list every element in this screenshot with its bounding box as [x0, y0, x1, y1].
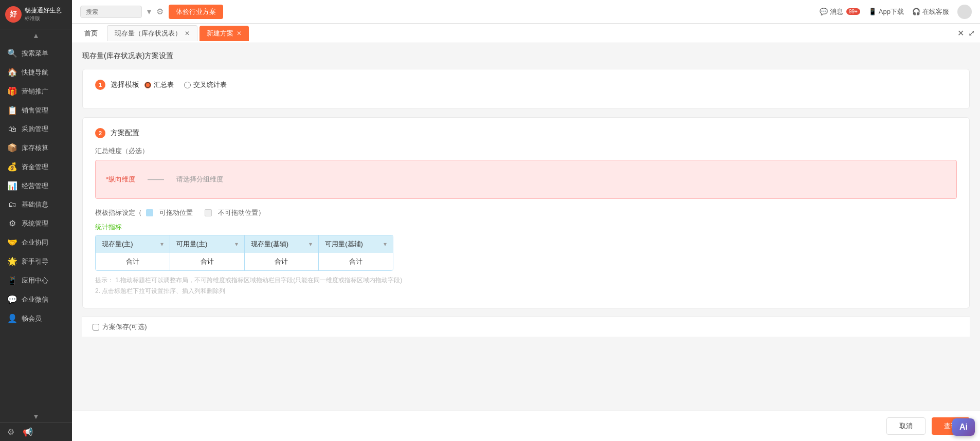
sidebar-item-label: 应用中心 [22, 276, 48, 285]
sidebar-item-new-guide[interactable]: 🌟 新手引导 [0, 252, 72, 271]
tab-inventory-status[interactable]: 现存量（库存状况表） ✕ [107, 25, 197, 41]
sidebar-item-label: 新手引导 [22, 257, 48, 266]
non-draggable-label: 不可拖动位置） [218, 208, 265, 217]
tip-item-1: 2. 点击标题栏下拉可设置排序、插入列和删除列 [95, 287, 957, 296]
sidebar-item-label: 系统管理 [22, 219, 48, 228]
tips-section: 提示： 1.拖动标题栏可以调整布局，不可跨维度或指标区域拖动栏目字段(只能在同一… [95, 276, 957, 296]
section2-header: 2 方案配置 [95, 128, 957, 138]
online-service-label: 在线客服 [922, 7, 949, 16]
sidebar-item-label: 经营管理 [22, 181, 48, 191]
section2-num: 2 [95, 128, 105, 138]
topbar-right: 💬 消息 99+ 📱 App下载 🎧 在线客服 [820, 5, 972, 19]
inventory-icon: 📦 [7, 143, 17, 153]
tab-home[interactable]: 首页 [77, 26, 105, 41]
non-draggable-indicator-icon [205, 209, 212, 216]
col-dropdown-3[interactable]: ▾ [384, 241, 387, 248]
sidebar-item-enterprise-collab[interactable]: 🤝 企业协同 [0, 233, 72, 252]
sales-icon: 📋 [7, 105, 17, 115]
tabbar: 首页 现存量（库存状况表） ✕ 新建方案 ✕ ✕ ⤢ [72, 24, 980, 43]
section2-card: 2 方案配置 汇总维度（必选） *纵向维度 —— 请选择分组维度 模板指标设定（… [82, 117, 970, 308]
draggable-indicator-icon [146, 209, 153, 216]
sidebar-item-search-menu[interactable]: 🔍 搜索菜单 [0, 44, 72, 63]
dimension-box[interactable]: *纵向维度 —— 请选择分组维度 [95, 160, 957, 199]
stat-body-2: 合计 [245, 253, 319, 270]
ai-float-button[interactable]: Ai [952, 418, 975, 436]
stat-col-header-0[interactable]: 现存量(主) ▾ [96, 235, 170, 253]
sidebar-item-purchase[interactable]: 🛍 采购管理 [0, 120, 72, 138]
dimension-label: 汇总维度（必选） [95, 146, 957, 156]
app-download-btn[interactable]: 📱 App下载 [868, 7, 904, 16]
tab-new-scheme[interactable]: 新建方案 ✕ [199, 26, 249, 41]
stat-col-header-3[interactable]: 可用量(基辅) ▾ [319, 235, 393, 253]
marketing-icon: 🎁 [7, 86, 17, 96]
purchase-icon: 🛍 [7, 124, 17, 134]
trial-btn[interactable]: 体验行业方案 [169, 5, 223, 19]
stat-col-label-2: 现存量(基辅) [251, 240, 289, 249]
message-btn[interactable]: 💬 消息 99+ [820, 7, 860, 16]
dimension-placeholder: 请选择分组维度 [176, 175, 223, 184]
sidebar-item-system[interactable]: ⚙ 系统管理 [0, 214, 72, 233]
sidebar-item-business[interactable]: 📊 经营管理 [0, 176, 72, 195]
page-title: 现存量(库存状况表)方案设置 [82, 51, 970, 61]
stat-body-label-2: 合计 [275, 257, 288, 266]
radio-summary[interactable]: 汇总表 [144, 80, 174, 89]
business-icon: 📊 [7, 181, 17, 191]
col-dropdown-0[interactable]: ▾ [160, 241, 164, 248]
sidebar-item-member[interactable]: 👤 畅会员 [0, 309, 72, 328]
sidebar-item-label: 快捷导航 [22, 68, 48, 77]
radio-cross[interactable]: 交叉统计表 [184, 80, 227, 89]
tab-new-scheme-label: 新建方案 [207, 29, 233, 38]
sidebar-item-enterprise-wechat[interactable]: 💬 企业微信 [0, 290, 72, 309]
gear-icon[interactable]: ⚙ [156, 7, 164, 16]
scroll-up-btn[interactable]: ▲ [0, 29, 72, 42]
stat-table-body: 合计 合计 合计 合计 [96, 253, 393, 270]
section1-num: 1 [95, 80, 105, 90]
speaker-icon[interactable]: 📢 [23, 427, 33, 437]
sidebar-item-inventory[interactable]: 📦 库存核算 [0, 138, 72, 157]
section1-card: 1 选择模板 汇总表 交叉统计表 [82, 69, 970, 109]
radio-summary-input[interactable] [144, 82, 151, 88]
cancel-button[interactable]: 取消 [886, 417, 925, 435]
new-guide-icon: 🌟 [7, 256, 17, 266]
sidebar-item-app-center[interactable]: 📱 应用中心 [0, 271, 72, 290]
app-center-icon: 📱 [7, 275, 17, 285]
settings-icon[interactable]: ⚙ [7, 427, 14, 437]
sidebar-item-basic-info[interactable]: 🗂 基础信息 [0, 195, 72, 214]
col-dropdown-1[interactable]: ▾ [235, 241, 238, 248]
stat-body-1: 合计 [170, 253, 245, 270]
stat-table-header: 现存量(主) ▾ 可用量(主) ▾ 现存量(基辅) ▾ 可用量(基辅) [96, 235, 393, 253]
app-version: 标准版 [25, 15, 62, 22]
online-service-btn[interactable]: 🎧 在线客服 [912, 7, 949, 16]
dropdown-icon[interactable]: ▾ [147, 7, 151, 16]
tabbar-actions: ✕ ⤢ [957, 28, 975, 38]
message-icon: 💬 [820, 8, 828, 15]
tab-inventory-close[interactable]: ✕ [185, 30, 190, 37]
tab-close-all-btn[interactable]: ✕ [957, 28, 964, 38]
radio-summary-label: 汇总表 [154, 80, 174, 89]
sidebar-item-quick-nav[interactable]: 🏠 快捷导航 [0, 63, 72, 82]
section1-title: 选择模板 [111, 80, 139, 89]
col-dropdown-2[interactable]: ▾ [309, 241, 312, 248]
finance-icon: 💰 [7, 162, 17, 172]
sidebar-item-sales[interactable]: 📋 销售管理 [0, 101, 72, 120]
tab-expand-btn[interactable]: ⤢ [968, 28, 975, 38]
sidebar-item-marketing[interactable]: 🎁 营销推广 [0, 82, 72, 101]
stat-table: 现存量(主) ▾ 可用量(主) ▾ 现存量(基辅) ▾ 可用量(基辅) [95, 235, 393, 271]
tab-new-scheme-close[interactable]: ✕ [237, 30, 242, 37]
section2-title: 方案配置 [111, 128, 139, 138]
search-input[interactable] [80, 6, 142, 18]
stat-col-header-1[interactable]: 可用量(主) ▾ [170, 235, 245, 253]
stat-col-header-2[interactable]: 现存量(基辅) ▾ [245, 235, 319, 253]
save-checkbox[interactable] [93, 324, 99, 330]
sidebar-item-label: 资金管理 [22, 162, 48, 172]
indicator-settings-text1: 模板指标设定（ [95, 208, 142, 217]
user-avatar[interactable] [957, 5, 972, 19]
sidebar-item-finance[interactable]: 💰 资金管理 [0, 157, 72, 176]
search-menu-icon: 🔍 [7, 48, 17, 58]
radio-cross-input[interactable] [184, 82, 191, 88]
scroll-down-btn[interactable]: ▼ [0, 410, 72, 422]
save-label: 方案保存(可选) [102, 322, 147, 332]
main-area: ▾ ⚙ 体验行业方案 💬 消息 99+ 📱 App下载 🎧 在线客服 首页 [72, 0, 980, 441]
quick-nav-icon: 🏠 [7, 67, 17, 77]
sidebar-item-label: 企业协同 [22, 238, 48, 247]
